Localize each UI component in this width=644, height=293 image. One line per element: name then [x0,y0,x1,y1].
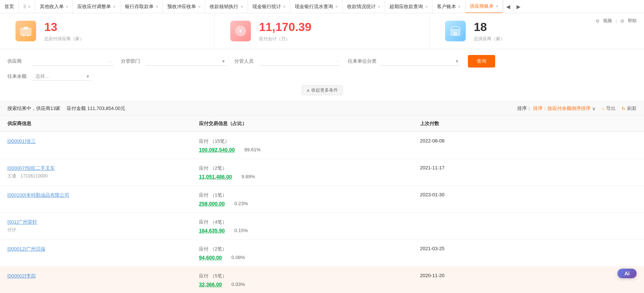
row1-supplier: [000001]张三 [7,138,199,145]
nav-tab-other-income[interactable]: 其他收入单 × [35,0,73,13]
row4-supplier-link[interactable]: [001]广州荣轩 [7,219,37,225]
nav-tab-overdue[interactable]: 超期应收款查询 × [385,0,432,13]
nav-tab-supplier-account[interactable]: 供应商账本 × [465,0,503,13]
nav-tab-supplier-account-close[interactable]: × [496,4,498,8]
row1-trans-type: 应付 [199,138,209,144]
nav-tab-ap-adjust[interactable]: 应收应付调整单 × [73,0,120,13]
row3-supplier-link[interactable]: [000100]本特勤油品有限公司 [7,192,69,198]
row5-trans-row: 94,600.00 0.08% [199,254,420,261]
filter-person: 分管人员 ··· [234,57,340,66]
row3-trans-type: 应付 [199,192,209,198]
stats-row: 13 总应付供应商（家） ¥ 11,170.39 应付合计（万） [0,13,644,49]
top-navigation: 首页 3 × 其他收入单 × 应收应付调整单 × 银行存取款单 × 预收冲应收单… [0,0,644,13]
nav-tab-receipt-stat-close[interactable]: × [378,4,380,9]
nav-tab-home[interactable]: 首页 [0,0,19,13]
video-link[interactable]: 视频 [603,18,612,24]
row1-transaction: 应付 （15笔） 100,092,540.00 89.61% [199,138,420,153]
nav-tab-customer-account-close[interactable]: × [458,4,461,9]
row5-supplier: [000012]广州贝瑞 [7,246,199,252]
nav-tab-cash-bank-flow-close[interactable]: × [335,4,337,9]
row3-trans-percent: 0.23% [234,201,248,206]
row1-supplier-link[interactable]: [000001]张三 [7,138,36,144]
row6-trans-count: （5笔） [210,273,227,279]
row1-lastpay-date: 2022-08-08 [420,138,445,144]
svg-rect-7 [454,32,457,35]
row6-supplier-link[interactable]: [000002]李四 [7,273,36,279]
supplier-input[interactable] [32,57,113,65]
collapse-button[interactable]: ∧ 收起更多条件 [302,85,343,95]
sort-action[interactable]: 排序： 排序：按应付余额倒序排序 ∨ [517,105,596,112]
nav-tab-advance[interactable]: 预收冲应收单 × [163,0,205,13]
nav-tab-bank-deposit[interactable]: 银行存取款单 × [120,0,163,13]
person-input-wrapper: ··· [259,57,340,66]
row3-transaction: 应付 （1笔） 258,000.00 0.23% [199,192,420,207]
ap-supplier-label: 总应付供应商（家） [44,36,84,42]
nav-tab-bank-deposit-close[interactable]: × [156,4,158,9]
sort-label: 排序： [517,105,532,112]
help-icon: ⊙ [620,18,624,24]
row2-trans-amount[interactable]: 11,051,486.00 [199,174,232,180]
row6-trans-type: 应付 [199,273,209,279]
nav-prev-arrow[interactable]: ◀ [503,0,513,13]
row3-trans-amount[interactable]: 258,000.00 [199,201,225,207]
nav-tab-advance-label: 预收冲应收单 [167,3,196,10]
balance-filter-label: 往来余额 [7,73,29,80]
sort-arrow-icon: ∨ [592,106,596,111]
filter-area: 供应商 ··· 分管部门 ▼ 分管人员 ··· 往来单位分类 [0,49,644,101]
nav-tab-receipt-exec[interactable]: 收款核销执行 × [205,0,248,13]
nav-tab-receipt-exec-close[interactable]: × [241,4,243,9]
supplier-input-wrapper: ··· [32,57,113,66]
nav-next-arrow[interactable]: ▶ [513,0,524,13]
balance-select[interactable]: 选择... [32,72,91,80]
dept-select-wrapper: ▼ [146,57,227,66]
result-prefix: 搜索结果中，供应商13家 [7,106,60,111]
row1-trans-row: 100,092,540.00 89.61% [199,146,420,153]
person-input[interactable] [259,57,340,65]
row5-trans-type: 应付 [199,246,209,252]
row5-lastpay-date: 2021-03-25 [420,246,445,251]
nav-tab-cash-bank-stat-close[interactable]: × [283,4,286,9]
row5-trans-count: （2笔） [210,246,227,252]
nav-tab-overdue-close[interactable]: × [425,4,427,9]
ap-supplier-count: 13 [44,20,84,34]
help-link[interactable]: 帮助 [628,18,637,24]
nav-tab-other-income-label: 其他收入单 [40,3,64,10]
row5-supplier-link[interactable]: [000012]广州贝瑞 [7,246,45,252]
export-button[interactable]: ○ 导出 [602,105,616,112]
dept-select[interactable] [146,57,227,65]
row2-supplier-link[interactable]: [000007]恒旺二手叉车 [7,165,55,171]
col-header-lastpay: 上次付数 [420,120,637,127]
category-select[interactable] [379,57,461,65]
stat-icon-ap-total: ¥ [230,20,252,42]
row3-lastpay-date: 2023-01-30 [420,192,445,197]
row4-trans-count: （4笔） [210,219,227,225]
nav-tab-advance-close[interactable]: × [198,4,200,9]
row5-transaction: 应付 （2笔） 94,600.00 0.08% [199,246,420,261]
row2-lastpay: 2021-11-17 [420,165,637,170]
row5-trans-percent: 0.08% [231,255,245,260]
nav-tab-cash-bank-flow[interactable]: 现金银行流水查询 × [290,0,342,13]
row1-trans-count: （15笔） [210,138,230,144]
nav-tab-3[interactable]: 3 × [19,0,35,13]
svg-point-2 [23,35,25,37]
nav-tab-cash-bank-stat[interactable]: 现金银行统计 × [248,0,290,13]
row4-trans-amount[interactable]: 164,635.90 [199,228,225,234]
row6-trans-amount[interactable]: 32,366.00 [199,282,222,287]
nav-tab-receipt-stat[interactable]: 收款情况统计 × [343,0,385,13]
nav-tab-other-income-close[interactable]: × [66,4,68,9]
ai-button[interactable]: Ai [617,269,637,278]
search-button[interactable]: 查询 [468,55,495,68]
sort-select[interactable]: 排序：按应付余额倒序排序 [533,105,591,112]
money-icon: ¥ [230,21,251,41]
nav-tab-customer-account[interactable]: 客户账本 × [433,0,465,13]
category-filter-label: 往来单位分类 [348,58,377,65]
row1-trans-amount[interactable]: 100,092,540.00 [199,147,235,153]
nav-tab-receipt-exec-label: 收款核销执行 [210,3,238,10]
row5-trans-amount[interactable]: 94,600.00 [199,255,222,261]
row4-contact: 仔仔 [7,227,199,233]
nav-tab-3-close[interactable]: × [28,4,30,9]
row5-trans-label: 应付 （2笔） [199,246,420,252]
refresh-button[interactable]: ↻ 刷新 [622,105,637,112]
nav-tab-ap-adjust-close[interactable]: × [113,4,115,9]
balance-select-wrapper: 选择... ▼ [32,72,91,81]
